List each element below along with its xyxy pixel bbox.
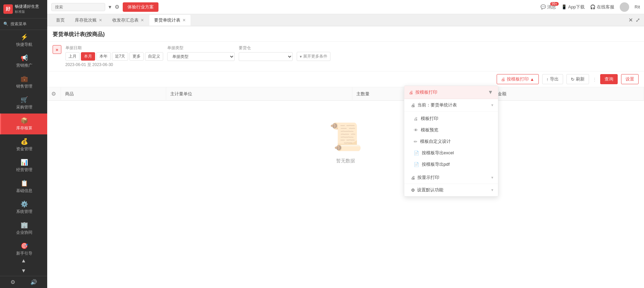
dropdown-item-label-template-export-excel: 按模板导出excel [422, 150, 454, 156]
date-btn-自定义[interactable]: 自定义 [145, 52, 163, 61]
dropdown-item-template-export-pdf[interactable]: 📄按模板导出pdf [404, 159, 498, 170]
settings-btn[interactable]: 设置 [621, 74, 639, 84]
tab-label-home: 首页 [56, 17, 65, 23]
messages-btn[interactable]: 💬 消息 99+ [540, 4, 556, 10]
dropdown-items-section: 🖨模板打印👁模板预览✏模板自定义设计📄按模板导出excel📄按模板导出pdf [404, 111, 498, 171]
sidebar-item-enterprise[interactable]: 🏢企业协同 [0, 218, 47, 239]
topbar-settings-icon[interactable]: ⚙ [115, 4, 119, 10]
app-logo-icon: 好 [3, 4, 13, 14]
current-arrow-icon: ▾ [491, 103, 493, 107]
dropdown-item-icon-template-print: 🖨 [414, 116, 418, 121]
export-btn[interactable]: ↑ 导出 [542, 74, 563, 84]
online-service-btn[interactable]: 🎧 在线客服 [590, 4, 614, 10]
tab-home[interactable]: 首页 [51, 15, 69, 26]
sidebar-search[interactable]: 🔍 搜索菜单 [0, 19, 47, 30]
table-settings-icon[interactable]: ⚙ [51, 91, 56, 97]
sidebar-item-system[interactable]: ⚙️系统管理 [0, 197, 47, 218]
topbar-search-input[interactable] [51, 3, 105, 11]
message-icon: 💬 [540, 4, 546, 9]
display-print-icon: 🖨 [411, 175, 415, 180]
sidebar-label-basic-info: 基础信息 [16, 188, 32, 194]
sidebar-scroll-down[interactable]: ▼ [0, 266, 47, 276]
tab-close-order-stats[interactable]: ✕ [182, 18, 186, 23]
tab-close-receipt-summary[interactable]: ✕ [141, 18, 144, 23]
date-label: 单据日期 [65, 45, 164, 51]
date-btn-本月[interactable]: 本月 [81, 52, 95, 61]
type-select[interactable]: 单据类型 [167, 52, 235, 61]
expand-filter-btn[interactable]: ▾ 展开更多条件 [297, 52, 330, 61]
dropdown-title: 🖨 按模板打印 [409, 89, 437, 95]
sidebar-item-quick-nav[interactable]: ⚡快捷导航 [0, 30, 47, 51]
goods-select[interactable] [239, 52, 293, 61]
tab-order-stats[interactable]: 要货单统计表✕ [149, 15, 191, 26]
refresh-btn[interactable]: ↻ 刷新 [566, 74, 589, 84]
expand-window-btn[interactable]: ⤢ [636, 17, 640, 23]
default-function-item[interactable]: ⚙ 设置默认功能 ▾ [404, 184, 498, 196]
export-label: 导出 [550, 76, 559, 82]
dropdown-item-icon-template-export-excel: 📄 [414, 151, 419, 156]
dropdown-item-template-export-excel[interactable]: 📄按模板导出excel [404, 147, 498, 159]
query-btn[interactable]: 查询 [600, 74, 618, 84]
window-buttons: ✕ ⤢ [628, 17, 640, 23]
topbar: ▾ ⚙ 体验行业方案 💬 消息 99+ 📱 App下载 🎧 在线客服 Rit [47, 0, 644, 14]
dropdown-display-print-section: 🖨 按显示打印 ▾ [404, 171, 498, 184]
sidebar-item-guide[interactable]: 🎯新手引导 [0, 239, 47, 256]
sidebar-audio-btn[interactable]: 🔊 [30, 279, 37, 285]
sidebar-item-finance[interactable]: 💰资金管理 [0, 134, 47, 155]
display-print-arrow: ▾ [491, 175, 493, 180]
sidebar-label-purchase: 采购管理 [16, 104, 32, 110]
dropdown-current-section: 🖨 当前：要货单统计表 ▾ [404, 99, 498, 111]
dropdown-close-btn[interactable]: ▼ [488, 89, 493, 95]
page: 要货单统计表(按商品) » 单据日期 上月本月本年近7天更多自定义 2023-0… [47, 26, 644, 288]
dropdown-item-template-print[interactable]: 🖨模板打印 [404, 113, 498, 124]
expand-label: 展开更多条件 [303, 54, 327, 59]
dropdown-item-label-template-print: 模板打印 [421, 116, 438, 122]
sidebar-item-purchase[interactable]: 🛒采购管理 [0, 93, 47, 114]
sidebar-item-operations[interactable]: 📊经营管理 [0, 155, 47, 176]
sidebar-item-marketing[interactable]: 📢营销推广 [0, 51, 47, 72]
topbar-dropdown-icon[interactable]: ▾ [109, 4, 111, 10]
app-download-btn[interactable]: 📱 App下载 [561, 4, 585, 10]
col-retail-amount: 零售金额 [485, 87, 644, 101]
print-arrow-icon: ▲ [530, 77, 534, 82]
sidebar-item-inventory[interactable]: 📦库存核算 [0, 114, 47, 134]
sidebar-item-basic-info[interactable]: 📋基础信息 [0, 176, 47, 197]
toolbar-divider: ⋮ [592, 77, 597, 82]
date-btn-近7天[interactable]: 近7天 [112, 52, 128, 61]
trial-button[interactable]: 体验行业方案 [123, 2, 158, 12]
filter-toggle-btn[interactable]: » [53, 45, 61, 54]
sidebar-footer: ⚙ 🔊 [0, 276, 47, 288]
export-icon: ↑ [547, 77, 549, 82]
sidebar-scroll-up[interactable]: ▲ [0, 256, 47, 266]
sidebar-icon-sales: 💼 [21, 75, 28, 83]
close-window-btn[interactable]: ✕ [628, 17, 633, 23]
tab-label-order-stats: 要货单统计表 [154, 17, 180, 23]
display-print-item[interactable]: 🖨 按显示打印 ▾ [404, 171, 498, 184]
tab-close-batch-accounts[interactable]: ✕ [99, 18, 102, 23]
page-title: 要货单统计表(按商品) [53, 31, 639, 38]
dropdown-item-template-design[interactable]: ✏模板自定义设计 [404, 136, 498, 147]
sidebar-label-system: 系统管理 [16, 209, 32, 215]
print-template-btn[interactable]: 🖨 按模板打印 ▲ [497, 74, 539, 84]
sidebar-icon-system: ⚙️ [21, 200, 28, 208]
default-function-label: 设置默认功能 [417, 187, 443, 193]
sidebar-nav: ⚡快捷导航📢营销推广💼销售管理🛒采购管理📦库存核算💰资金管理📊经营管理📋基础信息… [0, 30, 47, 256]
date-btn-上月[interactable]: 上月 [65, 52, 80, 61]
date-btn-更多[interactable]: 更多 [129, 52, 144, 61]
sidebar-label-inventory: 库存核算 [16, 125, 32, 131]
user-avatar[interactable] [620, 2, 629, 12]
sidebar-settings-btn[interactable]: ⚙ [10, 279, 15, 285]
dropdown-current-item[interactable]: 🖨 当前：要货单统计表 ▾ [404, 99, 498, 111]
main-table: ⚙ 商品 主计量单位 主数量 零售金额 [47, 87, 644, 101]
tab-batch-accounts[interactable]: 库存批次账✕ [70, 15, 107, 26]
tab-receipt-summary[interactable]: 收发存汇总表✕ [108, 15, 149, 26]
dropdown-item-template-preview[interactable]: 👁模板预览 [404, 124, 498, 136]
sidebar-item-sales[interactable]: 💼销售管理 [0, 72, 47, 93]
table-header: ⚙ 商品 主计量单位 主数量 零售金额 [47, 87, 644, 101]
date-btn-本年[interactable]: 本年 [96, 52, 111, 61]
sidebar-icon-quick-nav: ⚡ [21, 33, 28, 41]
dropdown-print-icon: 🖨 [409, 90, 413, 95]
display-print-label: 按显示打印 [417, 174, 439, 181]
page-inner: 要货单统计表(按商品) » 单据日期 上月本月本年近7天更多自定义 2023-0… [47, 26, 644, 288]
sidebar: 好 畅捷通好生意 标准版 🔍 搜索菜单 ⚡快捷导航📢营销推广💼销售管理🛒采购管理… [0, 0, 47, 288]
